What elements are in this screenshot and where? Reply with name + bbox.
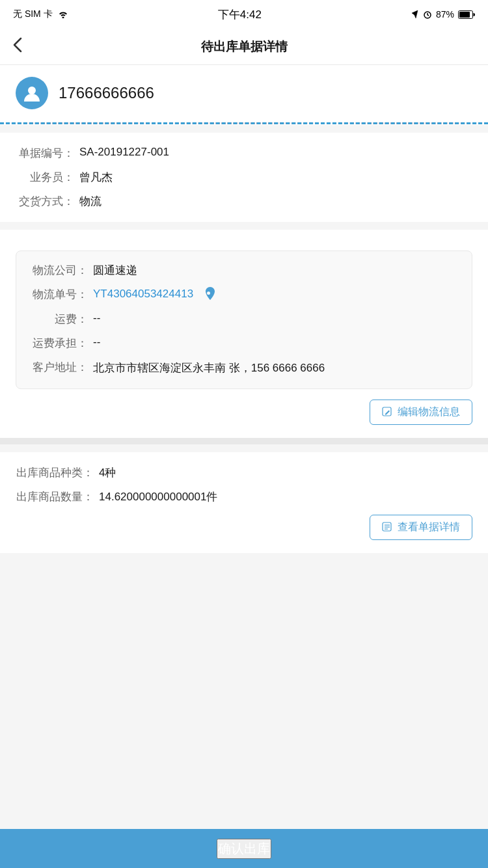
freight-bearer-label: 运费承担： <box>29 336 88 351</box>
status-bar: 无 SIM 卡 下午4:42 87% <box>0 0 488 29</box>
goods-types-row: 出库商品种类： 4种 <box>16 465 472 480</box>
status-carrier: 无 SIM 卡 <box>13 8 68 20</box>
svg-point-5 <box>28 87 36 94</box>
edit-icon <box>382 407 392 417</box>
goods-types-value: 4种 <box>99 465 472 480</box>
location-pin-icon[interactable] <box>203 287 217 303</box>
svg-rect-4 <box>459 12 470 18</box>
user-icon <box>22 83 42 103</box>
order-no-row: 单据编号： SA-20191227-001 <box>16 146 472 161</box>
goods-section: 出库商品种类： 4种 出库商品数量： 14.620000000000001件 查… <box>0 452 488 553</box>
svg-rect-6 <box>383 407 391 416</box>
goods-quantity-label: 出库商品数量： <box>16 489 94 504</box>
dashed-separator <box>0 121 488 125</box>
delivery-label: 交货方式： <box>16 194 74 209</box>
logistics-company-row: 物流公司： 圆通速递 <box>29 263 459 278</box>
goods-quantity-row: 出库商品数量： 14.620000000000001件 <box>16 489 472 504</box>
freight-label: 运费： <box>29 312 88 327</box>
salesman-row: 业务员： 曾凡杰 <box>16 170 472 185</box>
freight-bearer-row: 运费承担： -- <box>29 336 459 351</box>
tracking-value: YT43064053424413 <box>93 287 459 303</box>
battery-icon <box>458 10 475 19</box>
bottom-bar: 确认出库 <box>0 829 488 868</box>
goods-quantity-value: 14.620000000000001件 <box>99 489 472 504</box>
logistics-section: 物流公司： 圆通速递 物流单号： YT43064053424413 运费： --… <box>0 230 488 438</box>
bottom-spacer <box>0 553 488 605</box>
nav-bar: 待出库单据详情 <box>0 29 488 65</box>
status-time: 下午4:42 <box>218 7 262 22</box>
confirm-button[interactable]: 确认出库 <box>217 839 271 859</box>
address-value: 北京市市辖区海淀区永丰南 张，156 6666 6666 <box>93 360 459 377</box>
back-button[interactable] <box>13 32 27 62</box>
address-label: 客户地址： <box>29 360 88 375</box>
tracking-label: 物流单号： <box>29 287 88 302</box>
page-title: 待出库单据详情 <box>201 38 288 55</box>
location-arrow-icon <box>411 10 419 19</box>
order-no-label: 单据编号： <box>16 146 74 161</box>
view-btn-row: 查看单据详情 <box>16 515 472 540</box>
edit-btn-row: 编辑物流信息 <box>16 400 472 425</box>
delivery-value: 物流 <box>79 194 472 209</box>
svg-line-2 <box>427 15 429 16</box>
edit-logistics-button[interactable]: 编辑物流信息 <box>370 400 472 425</box>
logistics-company-value: 圆通速递 <box>93 263 459 278</box>
section-divider <box>0 438 488 444</box>
document-icon <box>382 522 392 532</box>
goods-types-label: 出库商品种类： <box>16 465 94 480</box>
salesman-label: 业务员： <box>16 170 74 185</box>
freight-value: -- <box>93 312 459 325</box>
logistics-card: 物流公司： 圆通速递 物流单号： YT43064053424413 运费： --… <box>16 251 472 389</box>
view-details-button[interactable]: 查看单据详情 <box>370 515 472 540</box>
delivery-row: 交货方式： 物流 <box>16 194 472 209</box>
address-row: 客户地址： 北京市市辖区海淀区永丰南 张，156 6666 6666 <box>29 360 459 377</box>
alarm-icon <box>423 10 432 19</box>
freight-row: 运费： -- <box>29 312 459 327</box>
avatar <box>16 77 48 109</box>
logistics-company-label: 物流公司： <box>29 263 88 278</box>
order-no-value: SA-20191227-001 <box>79 146 472 159</box>
status-right: 87% <box>411 9 475 20</box>
tracking-row: 物流单号： YT43064053424413 <box>29 287 459 303</box>
user-header: 17666666666 <box>0 65 488 121</box>
freight-bearer-value: -- <box>93 336 459 349</box>
wifi-icon <box>58 10 68 18</box>
user-phone: 17666666666 <box>59 84 154 102</box>
order-info-section: 单据编号： SA-20191227-001 业务员： 曾凡杰 交货方式： 物流 <box>0 133 488 222</box>
salesman-value: 曾凡杰 <box>79 170 472 185</box>
